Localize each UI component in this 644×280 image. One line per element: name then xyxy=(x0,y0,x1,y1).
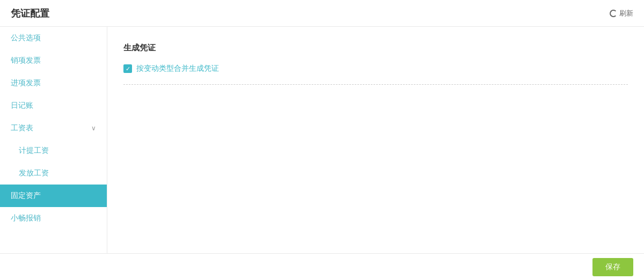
sidebar-item-public[interactable]: 公共选项 xyxy=(0,27,107,49)
refresh-label: 刷新 xyxy=(619,9,633,18)
refresh-button[interactable]: 刷新 xyxy=(610,9,633,18)
sidebar-item-purchase-invoice[interactable]: 进项发票 xyxy=(0,72,107,94)
sidebar-item-expense[interactable]: 小畅报销 xyxy=(0,207,107,230)
footer: 保存 xyxy=(0,253,644,280)
main-layout: 公共选项销项发票进项发票日记账工资表∨计提工资发放工资固定资产小畅报销 生成凭证… xyxy=(0,27,644,253)
sidebar-item-journal[interactable]: 日记账 xyxy=(0,94,107,117)
sidebar: 公共选项销项发票进项发票日记账工资表∨计提工资发放工资固定资产小畅报销 xyxy=(0,27,107,253)
sidebar-item-payroll[interactable]: 工资表∨ xyxy=(0,117,107,139)
save-button[interactable]: 保存 xyxy=(592,258,633,276)
header: 凭证配置 刷新 xyxy=(0,0,644,27)
checkbox-row: 按变动类型合并生成凭证 xyxy=(123,64,628,73)
sidebar-item-payout[interactable]: 发放工资 xyxy=(0,162,107,185)
sidebar-item-fixed-assets[interactable]: 固定资产 xyxy=(0,185,107,207)
sidebar-item-label: 公共选项 xyxy=(11,33,41,43)
sidebar-item-label: 进项发票 xyxy=(11,78,41,88)
refresh-icon xyxy=(610,10,617,17)
sidebar-item-accrual[interactable]: 计提工资 xyxy=(0,139,107,162)
sidebar-item-label: 计提工资 xyxy=(19,146,49,156)
sidebar-item-label: 发放工资 xyxy=(19,168,49,178)
page-title: 凭证配置 xyxy=(11,7,49,20)
section-title: 生成凭证 xyxy=(123,43,628,53)
divider xyxy=(123,84,628,85)
chevron-down-icon: ∨ xyxy=(91,124,96,132)
checkbox-label[interactable]: 按变动类型合并生成凭证 xyxy=(136,64,219,73)
sidebar-item-label: 销项发票 xyxy=(11,56,41,65)
sidebar-item-label: 固定资产 xyxy=(11,191,41,201)
sidebar-item-label: 工资表 xyxy=(11,123,33,133)
content-area: 生成凭证 按变动类型合并生成凭证 xyxy=(107,27,644,253)
merge-checkbox[interactable] xyxy=(123,64,132,73)
sidebar-item-label: 日记账 xyxy=(11,101,33,110)
sidebar-item-sales-invoice[interactable]: 销项发票 xyxy=(0,49,107,72)
sidebar-item-label: 小畅报销 xyxy=(11,213,41,223)
